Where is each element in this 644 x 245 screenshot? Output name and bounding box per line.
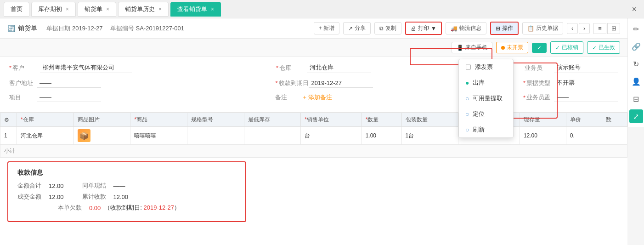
copy-icon: ⧉ [379,25,384,32]
effective-button[interactable]: ✓ 已生效 [587,41,620,54]
addr-value[interactable]: —— [37,79,101,88]
copy-button[interactable]: ⧉ 复制 [374,22,401,34]
add-button[interactable]: + 新增 [314,22,339,34]
orange-dot [501,46,505,50]
sidebar-link-icon[interactable]: 🔗 [629,40,643,53]
subtotal-row: 小计 [0,145,627,158]
tab-history[interactable]: 销货单历史 × [118,2,169,17]
form-row-1: * 客户 柳州粤港平安气体有限公司 * 仓库 河北仓库 业务员 演示账号 [9,63,618,73]
logistics-button[interactable]: 🚚 物流信息 [446,22,486,34]
cell-unit: 台 [301,127,362,145]
cell-price: 0. [566,127,602,145]
sold-button[interactable]: ✓ 已核销 [550,41,583,54]
sales-staff-field: * 业务员孟 —— [523,93,618,102]
cell-spec [187,127,244,145]
tab-sales-close[interactable]: × [106,6,109,12]
arrears-note: （收款到期日: 2019-12-27） [104,204,180,212]
history-label: 历史单据 [536,24,558,32]
grid-icon: ⊞ [496,25,500,32]
form-area: * 客户 柳州粤港平安气体有限公司 * 仓库 河北仓库 业务员 演示账号 [0,57,627,112]
warehouse-value[interactable]: 河北仓库 [307,63,371,73]
staff-value[interactable]: 演示账号 [554,63,618,73]
cell-stock: 12.00 [520,127,566,145]
tab-inventory-close[interactable]: × [66,6,69,12]
doc-title: 销货单 [18,24,37,33]
dropdown-add-invoice[interactable]: ☐ 添发票 [459,59,513,75]
add-note-button[interactable]: + 添加备注 [303,93,332,102]
sidebar-refresh-icon[interactable]: ↻ [629,57,643,71]
col-min-stock: 最低库存 [244,113,301,127]
sidebar-table-icon[interactable]: ⊟ [629,92,643,106]
payment-date-required: * [275,80,277,86]
total-amount-value: 12.00 [49,182,64,189]
sidebar-expand-icon[interactable]: ⤢ [629,109,643,123]
same-order-label: 同单现结 [82,182,110,190]
print-button[interactable]: 🖨 打印 ▼ [405,22,442,35]
payment-date-value[interactable]: 2019-12-27 [309,79,373,88]
col-qty: *数量 [362,113,401,127]
print-label: 打印 [418,24,429,32]
cell-index: 1 [0,127,17,145]
dropdown-available-qty[interactable]: ○ 可用量提取 [459,91,513,106]
share-button[interactable]: ↗ 分享 [343,22,371,34]
tab-inventory[interactable]: 库存期初 × [31,2,76,17]
warehouse-required: * [276,64,278,71]
share-label: 分享 [355,24,366,32]
tab-history-close[interactable]: × [158,6,162,12]
dropdown-outbound[interactable]: ● 出库 [459,75,513,91]
from-mobile-label: 来自手机 [465,44,487,51]
col-price: 单价 [566,113,602,127]
transaction-item: 成交金额 12.00 [17,193,64,201]
dropdown-locate[interactable]: ○ 定位 [459,106,513,122]
list-view-btn[interactable]: ≡ [593,23,606,34]
cell-min-stock [244,127,301,145]
col-amount: 数 [602,113,627,127]
tab-view-sales-close[interactable]: × [211,6,214,12]
confirm-button[interactable]: ✓ [532,43,547,53]
locate-label: 定位 [473,110,485,118]
next-arrow[interactable]: › [579,23,590,34]
col-spec: 规格型号 [187,113,244,127]
sales-table: ⚙ *仓库 商品图片 *商品 规格型号 最低库存 *销售单位 *数量 包装数量 … [0,113,627,158]
cell-qty: 1.00 [362,127,401,145]
history-icon: 📋 [527,25,534,32]
col-settings[interactable]: ⚙ [0,113,17,127]
col-warehouse: *仓库 [17,113,74,127]
add-label: + 新增 [319,24,334,32]
cumulative-value: 12.00 [113,194,129,200]
not-opened-button[interactable]: 未开票 [496,42,528,53]
staff-field: 业务员 演示账号 [525,63,618,73]
dropdown-refresh[interactable]: ○ 刷新 [459,122,513,137]
customer-value[interactable]: 柳州粤港平安气体有限公司 [40,63,132,73]
note-label: 备注 [275,93,303,102]
effective-label: 已生效 [599,44,615,51]
ticket-type-label: 票据类型 [526,79,554,87]
tab-view-sales[interactable]: 查看销货单 × [170,2,221,17]
col-pkg-qty: 包装数量 [401,113,458,127]
grid-view-btn[interactable]: ⊞ [607,23,620,34]
share-icon: ↗ [348,25,353,32]
same-order-item: 同单现结 —— [82,182,125,190]
from-mobile-button[interactable]: 📱 来自手机 [452,42,492,53]
ticket-type-value[interactable]: 不开票 [554,78,618,88]
sidebar-edit-icon[interactable]: ✏ [629,22,643,36]
logistics-label: 物流信息 [459,24,481,32]
window-close-button[interactable]: × [632,4,637,14]
payment-date-label: 收款到期日 [279,79,309,87]
history-button[interactable]: 📋 历史单据 [522,22,563,34]
cumulative-label: 累计收款 [82,193,110,201]
toolbar-right: + 新增 ↗ 分享 ⧉ 复制 🖨 打印 ▼ 🚚 物流信 [314,22,620,35]
tab-sales[interactable]: 销货单 × [78,2,116,17]
sidebar-user-icon[interactable]: 👤 [629,74,643,88]
main-content: 🔄 销货单 单据日期 2019-12-27 单据编号 SA-20191227-0… [0,18,627,245]
prev-arrow[interactable]: ‹ [567,23,578,34]
operation-button[interactable]: ⊞ 操作 [490,22,519,35]
cell-pkg-qty: 1台 [401,127,458,145]
outbound-label: 出库 [473,79,485,87]
tab-view-sales-label: 查看销货单 [177,5,207,13]
mobile-icon: 📱 [457,45,463,51]
doc-icon: 🔄 [7,25,15,32]
copy-label: 复制 [385,24,396,32]
tab-home[interactable]: 首页 [4,2,29,17]
effective-icon: ✓ [592,45,597,51]
